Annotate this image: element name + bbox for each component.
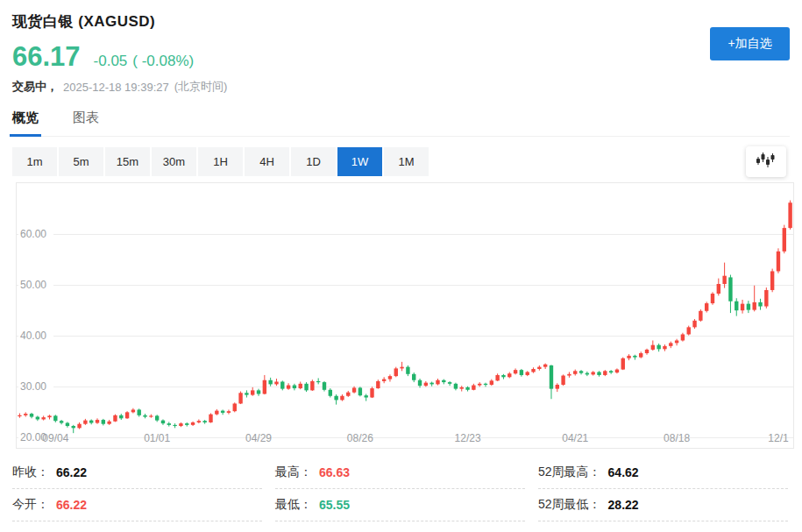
quote-page: 现货白银 (XAGUSD) 66.17 -0.05 ( -0.08%) 交易中，… <box>0 0 802 521</box>
stat-low: 最低： 65.55 <box>275 489 525 521</box>
svg-text:04/29: 04/29 <box>245 432 272 444</box>
stat-value: 28.22 <box>608 498 639 512</box>
stat-value: 66.22 <box>56 498 87 512</box>
svg-text:12/1: 12/1 <box>768 432 789 444</box>
stat-value: 64.62 <box>608 465 639 479</box>
stat-open: 今开： 66.22 <box>12 489 262 521</box>
stat-label: 52周最低： <box>538 497 601 513</box>
interval-1w[interactable]: 1W <box>337 147 382 176</box>
stat-52w-high: 52周最高： 64.62 <box>538 457 788 489</box>
interval-1m[interactable]: 1m <box>12 147 57 176</box>
instrument-title: 现货白银 (XAGUSD) <box>12 11 790 32</box>
svg-text:12/23: 12/23 <box>455 432 481 444</box>
stat-label: 昨收： <box>12 465 49 480</box>
status-row: 交易中， 2025-12-18 19:39:27 (北京时间) <box>12 79 790 95</box>
add-watchlist-button[interactable]: +加自选 <box>710 27 790 60</box>
change-value: -0.05 <box>94 53 128 70</box>
interval-30m[interactable]: 30m <box>152 147 196 176</box>
svg-text:30.00: 30.00 <box>20 380 46 393</box>
quote-header: 现货白银 (XAGUSD) 66.17 -0.05 ( -0.08%) 交易中，… <box>12 0 790 95</box>
candlestick-icon <box>756 152 776 172</box>
interval-15m[interactable]: 15m <box>105 147 150 176</box>
price-row: 66.17 -0.05 ( -0.08%) <box>12 41 790 73</box>
svg-text:50.00: 50.00 <box>20 279 46 291</box>
stat-label: 最高： <box>275 465 312 480</box>
quote-timestamp: 2025-12-18 19:39:27 <box>63 81 169 94</box>
svg-text:09/04: 09/04 <box>42 432 68 444</box>
interval-1h[interactable]: 1H <box>198 147 243 176</box>
candlestick-chart[interactable]: 20.0030.0040.0050.0060.0009/0401/0104/29… <box>16 182 794 449</box>
interval-toolbar: 1m 5m 15m 30m 1H 4H 1D 1W 1M <box>12 146 790 177</box>
stat-label: 52周最高： <box>538 465 601 480</box>
market-status: 交易中， <box>12 79 58 95</box>
stat-value: 66.22 <box>56 465 87 479</box>
stat-value: 66.63 <box>319 465 350 479</box>
svg-text:01/01: 01/01 <box>144 432 170 444</box>
stat-52w-low: 52周最低： 28.22 <box>538 489 788 521</box>
svg-text:04/21: 04/21 <box>562 432 588 444</box>
price-change: -0.05 ( -0.08%) <box>94 53 195 70</box>
interval-1d[interactable]: 1D <box>291 147 336 176</box>
interval-5m[interactable]: 5m <box>59 147 103 176</box>
tab-chart[interactable]: 图表 <box>73 110 99 126</box>
svg-text:40.00: 40.00 <box>20 330 46 342</box>
chart-type-button[interactable] <box>746 146 786 177</box>
interval-buttons: 1m 5m 15m 30m 1H 4H 1D 1W 1M <box>12 147 429 176</box>
stat-high: 最高： 66.63 <box>275 457 525 489</box>
stat-value: 65.55 <box>319 498 350 512</box>
svg-text:08/26: 08/26 <box>347 432 373 444</box>
stat-prev-close: 昨收： 66.22 <box>12 457 262 489</box>
quote-stats: 昨收： 66.22 最高： 66.63 52周最高： 64.62 今开： 66.… <box>12 457 790 521</box>
change-percent: ( -0.08%) <box>132 53 194 70</box>
interval-1M[interactable]: 1M <box>384 147 429 176</box>
tab-bar: 概览 图表 <box>12 110 790 137</box>
svg-text:08/18: 08/18 <box>664 432 690 444</box>
stat-label: 最低： <box>275 497 312 513</box>
interval-4h[interactable]: 4H <box>245 147 289 176</box>
tab-overview[interactable]: 概览 <box>12 110 39 126</box>
timezone-label: (北京时间) <box>174 79 228 95</box>
last-price: 66.17 <box>12 41 81 73</box>
svg-text:60.00: 60.00 <box>20 228 46 240</box>
stat-label: 今开： <box>12 497 49 513</box>
